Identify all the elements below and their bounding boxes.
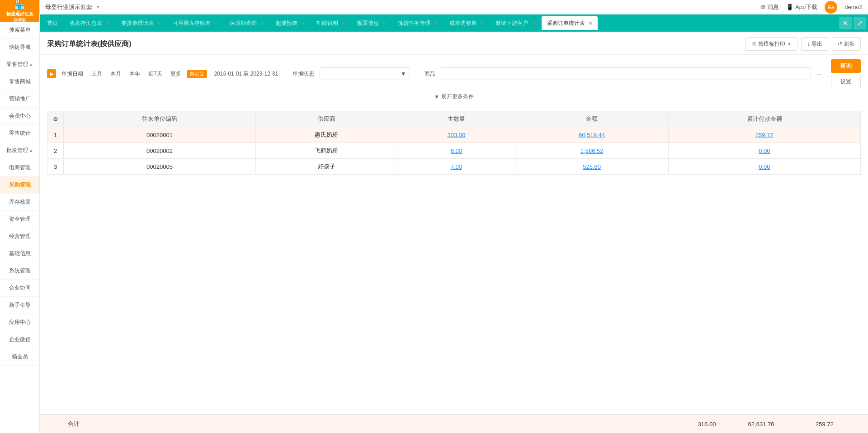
page-actions: 🖨 按模板打印 ▼ ↓ 导出 ↺ 刷新 [745, 37, 861, 51]
sidebar-item-label-6: 零售统计 [9, 129, 31, 137]
nav-tab-close-10[interactable]: ✕ [532, 21, 535, 26]
row-amount-0[interactable]: 60,519.44 [515, 127, 669, 143]
nav-tab-8[interactable]: 拣货任务管理✕ [392, 16, 443, 30]
sidebar-item-16[interactable]: 新手引导 [0, 297, 39, 314]
row-amount-1[interactable]: 1,586.52 [515, 143, 669, 159]
sidebar-item-10[interactable]: 库存核算 [0, 194, 39, 211]
template-print-button[interactable]: 🖨 按模板打印 ▼ [745, 37, 797, 51]
sidebar-item-18[interactable]: 企业微信 [0, 331, 39, 348]
sidebar-item-2[interactable]: 零售管理▲ [0, 56, 39, 73]
sidebar-item-4[interactable]: 营销推广 [0, 90, 39, 108]
expand-more-button[interactable]: ▼ 展开更多条件 [47, 91, 861, 102]
row-quantity-0[interactable]: 303.00 [397, 127, 515, 143]
nav-tab-label-8: 拣货任务管理 [398, 19, 430, 27]
nav-tab-9[interactable]: 成本调整单✕ [444, 16, 489, 30]
shortcut-this-month[interactable]: 本月 [108, 69, 124, 79]
footer-quantity: 316.00 [680, 421, 734, 428]
sidebar-item-6[interactable]: 零售统计 [0, 125, 39, 142]
sidebar-item-7[interactable]: 批发管理▲ [0, 142, 39, 159]
nav-tab-close-3[interactable]: ✕ [214, 21, 218, 26]
nav-tab-close-11[interactable]: ✕ [589, 21, 592, 26]
status-select[interactable]: ▼ [320, 67, 410, 80]
nav-tab-close-6[interactable]: ✕ [342, 21, 345, 26]
sidebar-item-17[interactable]: 应用中心 [0, 314, 39, 331]
row-quantity-1[interactable]: 6.00 [397, 143, 515, 159]
sidebar-item-label-14: 系统管理 [9, 267, 31, 275]
expand-arrow-2: ▲ [29, 62, 33, 67]
row-paid-0[interactable]: 259.72 [668, 127, 860, 143]
download-icon: 📱 [786, 4, 793, 10]
sidebar-item-15[interactable]: 企业协同 [0, 280, 39, 297]
table-header: ⚙ 往来单位编码 供应商 主数量 金额 累计付款金额 [47, 111, 861, 127]
nav-tab-close-4[interactable]: ✕ [260, 21, 264, 26]
nav-tab-6[interactable]: 功能说明✕ [311, 16, 351, 30]
row-code-0: 00020001 [64, 127, 256, 143]
custom-date-badge[interactable]: 自定义 [187, 70, 207, 78]
message-button[interactable]: ✉ 消息 [760, 3, 779, 11]
nav-tab-4[interactable]: 保质期查询✕ [224, 16, 269, 30]
col-supplier-header: 供应商 [256, 111, 397, 127]
nav-tab-3[interactable]: 可用量库存账本✕ [167, 16, 223, 30]
top-bar-right: ✉ 消息 📱 App下载 Ea demo2 [760, 1, 863, 14]
date-range-display: 2016-01-01 至 2023-12-31 [214, 70, 278, 78]
sidebar-item-9[interactable]: 采购管理 [0, 176, 39, 194]
workspace-selector[interactable]: 母婴行业演示账套 ▼ [45, 3, 100, 11]
nav-tab-close-2[interactable]: ✕ [157, 21, 161, 26]
sidebar-item-1[interactable]: 快捷导航 [0, 39, 39, 56]
row-amount-2[interactable]: 525.80 [515, 159, 669, 175]
nav-tab-10[interactable]: 邀请下游客户✕ [490, 16, 541, 30]
shortcut-this-year[interactable]: 本年 [127, 69, 143, 79]
sidebar-item-0[interactable]: 搜索菜单 [0, 22, 39, 39]
user-avatar[interactable]: Ea [825, 1, 837, 14]
nav-tab-7[interactable]: 配置信息✕ [352, 16, 392, 30]
expand-tab-button[interactable]: ⤢ [854, 17, 866, 29]
sidebar-item-8[interactable]: 电商管理 [0, 159, 39, 176]
nav-tab-5[interactable]: 超储预警✕ [270, 16, 310, 30]
col-quantity-header: 主数量 [397, 111, 515, 127]
col-settings[interactable]: ⚙ [47, 111, 64, 127]
close-tab-button[interactable]: ✕ [839, 17, 852, 29]
shortcut-more[interactable]: 更多 [168, 69, 184, 79]
app-download-button[interactable]: 📱 App下载 [786, 3, 817, 11]
nav-tab-2[interactable]: 要货单统计表✕ [116, 16, 166, 30]
nav-tab-close-8[interactable]: ✕ [434, 21, 438, 26]
row-paid-2[interactable]: 0.00 [668, 159, 860, 175]
row-paid-1[interactable]: 0.00 [668, 143, 860, 159]
message-label: 消息 [767, 3, 779, 11]
sidebar-item-3[interactable]: 零售商城 [0, 73, 39, 90]
footer-summary-row: 合计 316.00 62,631.76 259.72 [47, 415, 861, 433]
sidebar-item-12[interactable]: 经营管理 [0, 228, 39, 245]
refresh-button[interactable]: ↺ 刷新 [832, 37, 861, 51]
export-button[interactable]: ↓ 导出 [801, 37, 828, 51]
shortcut-last-month[interactable]: 上月 [89, 69, 105, 79]
top-bar: 母婴行业演示账套 ▼ ✉ 消息 📱 App下载 Ea demo2 [40, 0, 868, 14]
filter-toggle-button[interactable]: ▶ [47, 69, 56, 78]
sidebar-item-14[interactable]: 系统管理 [0, 262, 39, 280]
refresh-icon: ↺ [838, 41, 842, 47]
table-area: ⚙ 往来单位编码 供应商 主数量 金额 累计付款金额 1 00020001 惠氏… [40, 107, 868, 414]
nav-tab-11[interactable]: 采购订单统计表✕ [542, 16, 598, 30]
footer-label: 合计 [63, 420, 599, 428]
nav-tab-1[interactable]: 收发存汇总表✕ [64, 16, 115, 30]
goods-filter-input[interactable] [441, 67, 811, 80]
sidebar-item-label-0: 搜索菜单 [9, 26, 31, 34]
goods-more-icon[interactable]: ··· [816, 70, 822, 77]
sidebar-item-5[interactable]: 会员中心 [0, 108, 39, 125]
content-area: 采购订单统计表(按供应商) 🖨 按模板打印 ▼ ↓ 导出 ↺ 刷新 [40, 32, 868, 433]
nav-tab-0[interactable]: 首页 [42, 16, 63, 30]
settings-button[interactable]: 设置 [831, 75, 861, 88]
logo-sub: 标准版 [14, 17, 26, 23]
sidebar-item-13[interactable]: 基础信息 [0, 245, 39, 262]
sidebar-item-11[interactable]: 资金管理 [0, 211, 39, 228]
sidebar-item-label-10: 库存核算 [9, 198, 31, 206]
nav-tab-close-5[interactable]: ✕ [301, 21, 305, 26]
query-button[interactable]: 查询 [831, 59, 861, 73]
sidebar-item-19[interactable]: 畅会员 [0, 348, 39, 366]
nav-tab-close-7[interactable]: ✕ [382, 21, 386, 26]
shortcut-7days[interactable]: 近7天 [146, 69, 165, 79]
export-icon: ↓ [807, 41, 810, 47]
nav-tab-close-1[interactable]: ✕ [106, 21, 109, 26]
nav-tab-close-9[interactable]: ✕ [480, 21, 484, 26]
nav-tab-label-6: 功能说明 [316, 19, 338, 27]
row-quantity-2[interactable]: 7.00 [397, 159, 515, 175]
